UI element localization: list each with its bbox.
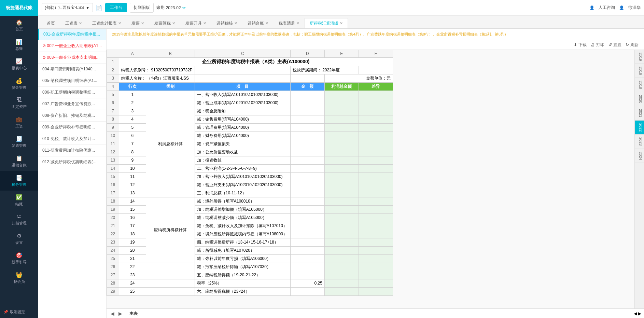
sidebar-footer[interactable]: 📌 取消固定: [0, 306, 38, 318]
sidebar-item-fixed-assets[interactable]: 🏗 固定资产: [0, 94, 38, 113]
sidebar-item-settings[interactable]: ⚙ 设置: [0, 229, 38, 249]
year-panel: 2019 2016 2018 2020 2021 2022 2023 2024: [634, 50, 644, 309]
year-2020[interactable]: 2020: [635, 92, 644, 106]
content-area: 001-企业所得税年度纳税申报... ⊘ 002-一般企业收入明细表(A1...…: [38, 29, 644, 318]
tab-close-purchase-ledger[interactable]: ✕: [265, 21, 268, 26]
tab-income-tax[interactable]: 所得税汇算清缴 ✕: [305, 18, 348, 29]
left-item-005[interactable]: 005-纳税调整项目明细表(A1...: [38, 75, 106, 87]
hscroll-right[interactable]: ▶: [638, 311, 641, 316]
tab-close-invoice[interactable]: ✕: [141, 21, 144, 26]
sidebar-item-fund-management[interactable]: 💰 资金管理: [0, 74, 38, 94]
left-item-012[interactable]: 012-减免所得税优惠明细表(...: [38, 156, 106, 168]
sidebar-item-guide[interactable]: 🎯 新手引导: [0, 249, 38, 268]
sidebar-label-fund: 资金管理: [12, 85, 27, 90]
account-label: 账期: [156, 5, 165, 11]
left-item-009[interactable]: 009-企业所得税补亏损明细...: [38, 122, 106, 133]
sidebar-item-payroll[interactable]: 💼 工资: [0, 113, 38, 132]
sidebar: 畅捷通易代账 🏠 首页 📊 总账 📈 报表中心 💰 资金管理 🏗 固定资产 💼 …: [0, 0, 38, 318]
sidebar-item-closing[interactable]: ✅ 结账: [0, 191, 38, 210]
settings-icon: ⚙: [17, 233, 22, 239]
year-2021[interactable]: 2021: [635, 106, 644, 120]
year-2023[interactable]: 2023: [635, 135, 644, 149]
tab-close-tax-clear[interactable]: ✕: [296, 21, 299, 26]
year-2022[interactable]: 2022: [635, 121, 644, 135]
sheet-tab-main[interactable]: 主表: [125, 310, 142, 317]
left-item-006[interactable]: 006-职工薪酬纳税调整明细...: [38, 87, 106, 98]
warning-text: 2019年度步及取以前年度连续数据的申报表单元格需要手工维护正确，才能保证本年及…: [112, 32, 508, 36]
sidebar-item-tax-management[interactable]: 📑 税务管理: [0, 171, 38, 191]
tab-close-purchase-verify[interactable]: ✕: [234, 21, 237, 26]
sidebar-item-invoice[interactable]: 🧾 发票管理: [0, 132, 38, 152]
payroll-icon: 💼: [16, 116, 23, 123]
left-item-003[interactable]: ⊘ 003-一般企业成本支出明细...: [38, 52, 106, 64]
tab-close-invoice-tax[interactable]: ✕: [172, 21, 175, 26]
tab-tax-clear[interactable]: 税表清册 ✕: [274, 18, 305, 28]
workbench-button[interactable]: 工作台: [105, 3, 127, 12]
tab-purchase-verify[interactable]: 进销稽核 ✕: [211, 18, 242, 28]
year-2024[interactable]: 2024: [635, 149, 644, 163]
user-name[interactable]: 徐泽华: [628, 5, 641, 11]
tab-close-payroll-stats[interactable]: ✕: [118, 21, 121, 26]
left-item-004[interactable]: 004-期间费用明细表(A1040...: [38, 64, 106, 75]
service-icon: 👤: [589, 5, 594, 10]
col-header-a: A: [119, 50, 146, 57]
year-2018[interactable]: 2018: [635, 78, 644, 92]
left-item-011[interactable]: 011-研发费用加计扣除优惠...: [38, 145, 106, 156]
main-area: (勾勒）江西服宝-LSS ▼ 📄 工作台 切到旧版 账期 2023-02 ✏ 👤…: [38, 0, 644, 318]
tab-invoice-issue[interactable]: 发票开具 ✕: [180, 18, 211, 28]
year-2019[interactable]: 2019: [635, 50, 644, 64]
tab-close-payroll[interactable]: ✕: [79, 21, 82, 26]
left-item-001[interactable]: 001-企业所得税年度纳税申报...: [38, 29, 106, 40]
left-item-002[interactable]: ⊘ 002-一般企业收入明细表(A1...: [38, 40, 106, 52]
tab-close-invoice-issue[interactable]: ✕: [203, 21, 206, 26]
table-row: 29 25 六、应纳所得税额（23×24）: [107, 287, 393, 295]
col-header-d: D: [290, 50, 324, 57]
left-item-008[interactable]: 008-资产折旧、摊销及纳税...: [38, 110, 106, 122]
account-period: 账期 2023-02 ✏: [156, 5, 186, 11]
left-item-007[interactable]: 007-广告费和业务宣传费跌...: [38, 98, 106, 110]
sidebar-item-report-center[interactable]: 📈 报表中心: [0, 55, 38, 74]
hscroll-left[interactable]: ◀: [634, 311, 637, 316]
sidebar-item-member[interactable]: 👑 畅会员: [0, 268, 38, 288]
sidebar-item-home[interactable]: 🏠 首页: [0, 16, 38, 35]
old-version-button[interactable]: 切到旧版: [130, 3, 154, 13]
invoice-icon: 🧾: [16, 136, 23, 142]
assets-icon: 🏗: [16, 97, 22, 103]
year-2016[interactable]: 2016: [635, 64, 644, 78]
error-icon: ⊘: [42, 43, 47, 48]
company-name: (勾勒）江西服宝-LSS: [45, 5, 84, 11]
sidebar-label-settings: 设置: [15, 240, 23, 245]
table-row: 5 1 利润总额计算 一、营业收入(填写A101010\101020\10300…: [107, 91, 393, 99]
sidebar-label-home: 首页: [15, 27, 23, 32]
tab-purchase-ledger[interactable]: 进销台账 ✕: [242, 18, 274, 28]
print-button[interactable]: 🖨 打印: [591, 42, 604, 48]
col-header-f: F: [359, 50, 393, 57]
tab-payroll[interactable]: 工资表 ✕: [60, 18, 87, 28]
reset-button[interactable]: ↺ 置置: [608, 42, 621, 48]
refresh-button[interactable]: ↻ 刷新: [626, 42, 639, 48]
tab-invoice-tax[interactable]: 发票算税 ✕: [149, 18, 180, 28]
archive-icon: 🗂: [16, 213, 22, 220]
tax-period-label: 税款所属期间：: [293, 68, 321, 72]
tab-invoice[interactable]: 发票 ✕: [126, 18, 149, 28]
period-value: 2023-02: [166, 5, 181, 10]
sheet-toolbar: ⬇ 下载 🖨 打印 ↺ 置置 ↻ 刷新: [107, 40, 644, 50]
user-service-label[interactable]: 人工咨询: [599, 5, 615, 11]
sidebar-item-purchase-sales[interactable]: 📋 进销台账: [0, 152, 38, 171]
sidebar-label-purchase: 进销台账: [12, 163, 27, 168]
tab-close-income-tax[interactable]: ✕: [340, 21, 343, 26]
tab-home[interactable]: 首页: [42, 18, 60, 28]
left-item-010[interactable]: 010-免税、减计收入及加计...: [38, 133, 106, 145]
tab-payroll-stats[interactable]: 工资统计报表 ✕: [87, 18, 126, 28]
company-selector[interactable]: (勾勒）江西服宝-LSS ▼: [42, 3, 93, 12]
sheet-nav-next[interactable]: ▶: [117, 310, 124, 317]
sheet-nav-prev[interactable]: ◀: [109, 310, 116, 317]
sidebar-item-archive[interactable]: 🗂 归档管理: [0, 210, 38, 229]
sidebar-item-general-ledger[interactable]: 📊 总账: [0, 35, 38, 55]
title-cell: 企业所得税年度纳税申报表（A类）主表(A100000): [119, 57, 393, 66]
sheet-container[interactable]: A B C D E F 1 企业所: [107, 50, 634, 309]
member-icon: 👑: [16, 272, 23, 278]
download-button[interactable]: ⬇ 下载: [574, 42, 587, 48]
sidebar-label-member: 畅会员: [14, 279, 25, 284]
hscroll-area: ◀ ▶: [143, 311, 641, 316]
